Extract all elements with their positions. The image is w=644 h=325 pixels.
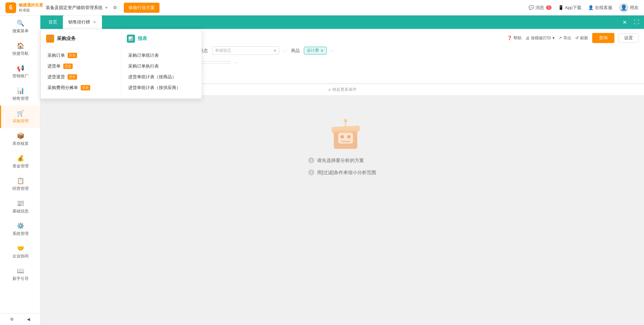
sidebar-label-base: 基础信息 xyxy=(12,208,29,214)
status-more-dots[interactable]: ··· xyxy=(283,48,287,53)
purchase-item-3[interactable]: 采购费用分摊单历史 xyxy=(46,82,116,93)
template-print-button[interactable]: 🖨 按模板打印 ▾ xyxy=(526,35,554,41)
sidebar-item-marketing[interactable]: 📢营销推广 xyxy=(0,60,40,83)
sidebar-label-sales: 销售管理 xyxy=(12,96,29,101)
online-service-button[interactable]: 👤 在线客服 xyxy=(588,5,612,11)
purchase-item-label-2: 进货退货 xyxy=(47,74,65,80)
operations-icon: 📋 xyxy=(17,177,24,185)
svg-point-7 xyxy=(344,119,347,122)
help-button[interactable]: ❓ 帮助 xyxy=(507,35,522,41)
message-button[interactable]: 💬 消息 5 xyxy=(529,5,551,11)
purchase-item-label-1: 进货单 xyxy=(47,63,61,69)
settings-icon[interactable]: ⚙ xyxy=(110,3,120,12)
dropdown-menu: 🛒 采购业务 采购订单历史进货单历史进货退货历史采购费用分摊单历史 📊 报表 采… xyxy=(40,29,202,99)
purchase-col-icon: 🛒 xyxy=(46,35,54,43)
status-chevron-icon: ▾ xyxy=(274,48,276,53)
report-col-icon: 📊 xyxy=(127,35,135,43)
report-item-label-3: 进货单统计表（按供应商） xyxy=(128,85,181,91)
report-item-0[interactable]: 采购订单统计表 xyxy=(127,50,196,61)
system-icon: ⚙️ xyxy=(17,222,24,230)
purchase-item-label-3: 采购费用分摊单 xyxy=(47,85,78,91)
sidebar-collapse[interactable]: ◀ xyxy=(27,317,30,322)
sidebar-label-operations: 经营管理 xyxy=(12,186,29,192)
sidebar-item-quick[interactable]: 🏠快捷导航 xyxy=(0,38,40,60)
sidebar-label-collab: 企业协同 xyxy=(12,253,29,259)
query-button[interactable]: 查询 xyxy=(592,33,614,43)
logo-area: 6 畅捷通好生意 标准版 xyxy=(5,2,46,13)
sidebar-settings[interactable]: ⚙ xyxy=(10,317,14,322)
export-button[interactable]: ↗ 导出 xyxy=(559,35,571,41)
tab-home[interactable]: 首页 xyxy=(43,15,63,29)
purchase-icon: 🛒 xyxy=(17,110,24,117)
service-icon: 👤 xyxy=(588,5,594,10)
refresh-icon: ↺ xyxy=(575,36,579,40)
status-input-wrapper[interactable]: 单据状态 ▾ xyxy=(212,46,279,55)
search-icon: 🔍 xyxy=(17,19,24,27)
purchase-item-2[interactable]: 进货退货历史 xyxy=(46,72,116,82)
purchase-col: 🛒 采购业务 采购订单历史进货单历史进货退货历史采购费用分摊单历史 xyxy=(41,29,121,98)
sidebar-item-system[interactable]: ⚙️系统管理 xyxy=(0,218,40,241)
report-col-title: 📊 报表 xyxy=(127,35,196,45)
print-icon: 🖨 xyxy=(526,36,530,40)
purchase-item-0[interactable]: 采购订单历史 xyxy=(46,50,116,61)
report-item-3[interactable]: 进货单统计表（按供应商） xyxy=(127,82,196,93)
report-item-label-2: 进货单统计表（按商品） xyxy=(128,74,176,80)
system-title: 装备及固定资产辅助管理系统 ▾ xyxy=(46,5,108,11)
salesman-more-dots[interactable]: ··· xyxy=(235,60,239,65)
message-badge: 5 xyxy=(546,5,551,10)
report-item-2[interactable]: 进货单统计表（按商品） xyxy=(127,72,196,82)
sidebar-item-inventory[interactable]: 📦库存核算 xyxy=(0,128,40,151)
sidebar-item-purchase[interactable]: 🛒采购管理 xyxy=(0,106,40,128)
goods-label: 商品 xyxy=(291,48,300,54)
close-tab-button[interactable]: ✕ xyxy=(620,17,629,27)
goods-tag-remove[interactable]: ✕ xyxy=(320,48,324,53)
sidebar-item-operations[interactable]: 📋经营管理 xyxy=(0,173,40,196)
avatar: 👤 xyxy=(619,3,629,12)
maximize-button[interactable]: ⛶ xyxy=(632,17,641,27)
industry-button[interactable]: 体验行业方案 xyxy=(124,3,159,13)
chevron-down-icon[interactable]: ▾ xyxy=(105,5,108,10)
top-bar: 6 畅捷通好生意 标准版 装备及固定资产辅助管理系统 ▾ ⚙ 体验行业方案 💬 … xyxy=(0,0,644,15)
finance-icon: 💰 xyxy=(17,155,24,162)
svg-point-4 xyxy=(347,135,351,138)
tab-close-sales-rank[interactable]: ✕ xyxy=(93,20,96,25)
user-button[interactable]: 👤 用友 xyxy=(619,3,639,12)
step2-num: 2 xyxy=(308,169,314,175)
collab-icon: 🤝 xyxy=(17,245,24,252)
sidebar-label-inventory: 库存核算 xyxy=(12,141,29,147)
sidebar-item-search[interactable]: 🔍搜索菜单 xyxy=(0,15,40,38)
tab-sales-rank[interactable]: 销售排行榜✕ xyxy=(63,15,102,29)
report-col: 📊 报表 采购订单统计表采购订单执行表进货单统计表（按商品）进货单统计表（按供应… xyxy=(121,29,202,98)
empty-icon xyxy=(325,115,359,149)
refresh-button[interactable]: ↺ 刷新 xyxy=(575,35,588,41)
tab-bar-actions: ✕ ⛶ xyxy=(620,17,641,27)
empty-text: 1 请先选择要分析的方案 2 用[过滤]条件来缩小分析范围 xyxy=(308,156,376,177)
empty-step2: 2 用[过滤]条件来缩小分析范围 xyxy=(308,168,376,177)
collapse-icon: ∧ xyxy=(328,87,331,92)
sidebar-item-base[interactable]: 📰基础信息 xyxy=(0,196,40,218)
report-item-label-1: 采购订单执行表 xyxy=(128,63,159,69)
sidebar-label-quick: 快捷导航 xyxy=(12,51,29,56)
sidebar-item-collab[interactable]: 🤝企业协同 xyxy=(0,241,40,263)
quick-icon: 🏠 xyxy=(17,42,24,49)
app-download-button[interactable]: 📱 App下载 xyxy=(558,5,581,11)
report-item-label-0: 采购订单统计表 xyxy=(128,52,159,58)
sidebar-item-guide[interactable]: 📖新手引导 xyxy=(0,263,40,286)
sidebar-item-finance[interactable]: 💰资金管理 xyxy=(0,151,40,173)
sidebar-label-marketing: 营销推广 xyxy=(12,73,29,79)
sidebar-item-sales[interactable]: 📊销售管理 xyxy=(0,83,40,106)
history-tag-0: 历史 xyxy=(68,53,77,58)
sidebar-bottom: ⚙ ◀ xyxy=(0,313,40,325)
purchase-item-label-0: 采购订单 xyxy=(47,52,65,58)
set-button[interactable]: 设置 xyxy=(618,33,639,43)
inventory-icon: 📦 xyxy=(17,132,24,139)
logo-text: 畅捷通好生意 标准版 xyxy=(19,3,43,13)
purchase-col-title: 🛒 采购业务 xyxy=(46,35,116,45)
goods-more-dots[interactable]: ··· xyxy=(331,48,334,53)
purchase-item-1[interactable]: 进货单历史 xyxy=(46,61,116,72)
report-item-1[interactable]: 采购订单执行表 xyxy=(127,61,196,72)
sidebar-label-finance: 资金管理 xyxy=(12,163,29,169)
goods-tag: 设计费 ✕ xyxy=(304,47,327,54)
help-icon: ❓ xyxy=(507,36,512,40)
top-bar-right: 💬 消息 5 📱 App下载 👤 在线客服 👤 用友 xyxy=(529,3,639,12)
